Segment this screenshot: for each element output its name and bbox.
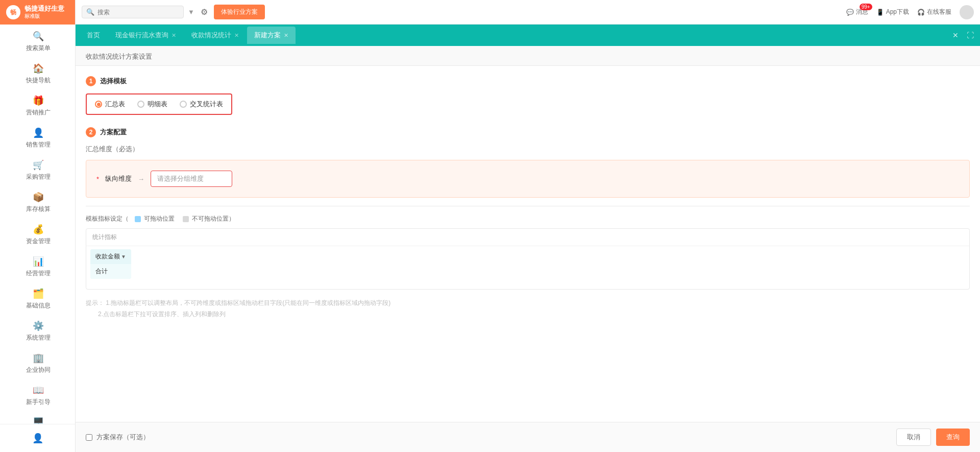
radio-summary-circle — [95, 101, 102, 108]
online-service-item[interactable]: 🎧 在线客服 — [917, 8, 951, 16]
metrics-card-body: 合计 — [90, 264, 131, 279]
radio-cross-circle — [180, 101, 187, 108]
tips-section: 提示： 1.拖动标题栏可以调整布局，不可跨维度或指标区域拖动栏目字段(只能在同一… — [86, 298, 970, 320]
tab-new-plan-label: 新建方案 — [254, 31, 281, 40]
monitor-icon: 🖥️ — [33, 417, 44, 424]
radio-summary-label: 汇总表 — [105, 100, 125, 109]
dimension-label: 汇总维度（必选） — [86, 145, 970, 154]
tab-close-all-icon[interactable]: ✕ — [950, 29, 961, 41]
sidebar-item-label: 系统管理 — [26, 334, 51, 342]
tab-collection[interactable]: 收款情况统计 ✕ — [184, 27, 246, 44]
step1-header: 1 选择模板 — [86, 76, 970, 86]
sidebar-item-operation[interactable]: 📊 经营管理 — [0, 250, 75, 282]
not-draggable-color-dot — [183, 216, 189, 222]
topbar-search-box[interactable]: 🔍 — [82, 6, 184, 18]
sidebar-item-purchase[interactable]: 🛒 采购管理 — [0, 153, 75, 185]
user-avatar[interactable] — [960, 5, 974, 19]
dimension-area: * 纵向维度 → 请选择分组维度 — [86, 160, 970, 198]
tabbar-actions: ✕ ⛶ — [950, 29, 976, 41]
radio-detail-label: 明细表 — [148, 100, 167, 109]
industry-plan-button[interactable]: 体验行业方案 — [214, 5, 265, 19]
sidebar: 畅 畅捷通好生意 标准版 🔍 搜索菜单 🏠 快捷导航 🎁 营销推广 👤 销售管理… — [0, 0, 76, 452]
config-section: 汇总维度（必选） * 纵向维度 → 请选择分组维度 — [86, 145, 970, 320]
stats-label: 统计指标 — [86, 229, 969, 246]
tab-expand-icon[interactable]: ⛶ — [965, 29, 976, 41]
chevron-down-icon[interactable]: ▼ — [121, 254, 126, 259]
home-icon: 🏠 — [33, 63, 44, 74]
radio-cross[interactable]: 交叉统计表 — [180, 100, 223, 109]
metrics-table-area: 统计指标 收款金额 ▼ 合计 — [86, 228, 970, 290]
notification-icon: 💬 — [846, 9, 854, 16]
box-icon: 📦 — [33, 192, 44, 203]
profile-icon: 👤 — [32, 433, 43, 444]
required-asterisk: * — [96, 175, 99, 183]
sidebar-item-system[interactable]: ⚙️ 系统管理 — [0, 314, 75, 346]
tab-home[interactable]: 首页 — [80, 27, 107, 44]
dimension-row: * 纵向维度 → 请选择分组维度 — [96, 171, 959, 187]
content-body: 1 选择模板 汇总表 明细表 交叉统计表 — [76, 66, 980, 422]
sidebar-item-hardware[interactable]: 🖥️ 智能硬件 — [0, 411, 75, 424]
building-icon: 🏢 — [33, 352, 44, 364]
query-button[interactable]: 查询 — [936, 429, 970, 446]
logo-icon: 畅 — [6, 5, 20, 19]
sidebar-item-sales[interactable]: 👤 销售管理 — [0, 121, 75, 153]
sidebar-item-guide[interactable]: 📖 新手引导 — [0, 378, 75, 411]
sidebar-footer-profile[interactable]: 👤 — [0, 429, 75, 448]
sidebar-nav: 🔍 搜索菜单 🏠 快捷导航 🎁 营销推广 👤 销售管理 🛒 采购管理 📦 库存核… — [0, 25, 75, 424]
sidebar-footer: 👤 — [0, 424, 75, 452]
sidebar-item-corp[interactable]: 🏢 企业协同 — [0, 346, 75, 378]
footer: 方案保存（可选） 取消 查询 — [76, 422, 980, 452]
tab-bank-close-icon[interactable]: ✕ — [172, 32, 176, 39]
radio-detail[interactable]: 明细表 — [137, 100, 167, 109]
sidebar-item-inventory[interactable]: 📦 库存核算 — [0, 185, 75, 218]
metrics-card: 收款金额 ▼ 合计 — [90, 249, 131, 279]
settings-icon: ⚙️ — [33, 320, 44, 331]
topbar-dropdown-icon[interactable]: ▼ — [188, 8, 194, 16]
notification-badge: 99+ — [860, 4, 872, 10]
tab-collection-close-icon[interactable]: ✕ — [234, 32, 239, 39]
dimension-select[interactable]: 请选择分组维度 — [151, 171, 232, 187]
topbar-gear-icon[interactable]: ⚙ — [199, 5, 210, 19]
search-input[interactable] — [97, 9, 179, 16]
money-icon: 💰 — [33, 224, 44, 235]
app-download-item[interactable]: 📱 App下载 — [876, 8, 909, 16]
save-checkbox[interactable] — [86, 434, 92, 441]
sidebar-item-search[interactable]: 🔍 搜索菜单 — [0, 25, 75, 57]
notification-item[interactable]: 💬 消息 99+ — [846, 8, 868, 16]
metrics-card-header[interactable]: 收款金额 ▼ — [90, 249, 131, 264]
radio-summary[interactable]: 汇总表 — [95, 100, 125, 109]
online-service-label: 在线客服 — [927, 8, 951, 16]
cancel-button[interactable]: 取消 — [896, 429, 931, 446]
sidebar-item-marketing[interactable]: 🎁 营销推广 — [0, 89, 75, 121]
main-area: 🔍 ▼ ⚙ 体验行业方案 💬 消息 99+ 📱 App下载 🎧 在线客服 — [76, 0, 980, 452]
chart-icon: 📊 — [33, 256, 44, 267]
book-icon: 📖 — [33, 385, 44, 396]
user-icon: 👤 — [33, 127, 44, 138]
tab-collection-label: 收款情况统计 — [191, 31, 231, 40]
tab-bank[interactable]: 现金银行流水查询 ✕ — [108, 27, 183, 44]
topbar-right: 💬 消息 99+ 📱 App下载 🎧 在线客服 — [846, 5, 974, 19]
sidebar-item-nav[interactable]: 🏠 快捷导航 — [0, 57, 75, 89]
metrics-card-value: 合计 — [95, 268, 108, 275]
tip-title: 提示： 1.拖动标题栏可以调整布局，不可跨维度或指标区域拖动栏目字段(只能在同一… — [86, 298, 970, 309]
draggable-toggle: 可拖动位置 — [135, 215, 175, 223]
tab-new-plan[interactable]: 新建方案 ✕ — [247, 27, 296, 44]
radio-detail-circle — [137, 101, 144, 108]
folder-icon: 🗂️ — [33, 288, 44, 299]
breadcrumb: 收款情况统计方案设置 — [76, 46, 980, 66]
search-icon: 🔍 — [33, 31, 44, 42]
step1-section: 1 选择模板 汇总表 明细表 交叉统计表 — [86, 76, 970, 115]
step2-header: 2 方案配置 — [86, 127, 970, 137]
app-name: 畅捷通好生意 — [24, 5, 64, 13]
sidebar-item-finance[interactable]: 💰 资金管理 — [0, 218, 75, 250]
sidebar-item-label: 基础信息 — [26, 301, 51, 310]
service-icon: 🎧 — [917, 9, 925, 16]
tab-new-plan-close-icon[interactable]: ✕ — [284, 32, 288, 39]
sidebar-item-basic[interactable]: 🗂️ 基础信息 — [0, 282, 75, 314]
step2-section: 2 方案配置 汇总维度（必选） * 纵向维度 → 请选择分组维度 — [86, 127, 970, 320]
draggable-label: 可拖动位置 — [144, 215, 175, 223]
sidebar-item-label: 经营管理 — [26, 269, 51, 278]
metrics-toggle-group: 可拖动位置 不可拖动位置） — [135, 215, 235, 223]
tips-title-text: 提示： — [86, 299, 104, 306]
metrics-config-label: 模板指标设定（ — [86, 215, 129, 223]
